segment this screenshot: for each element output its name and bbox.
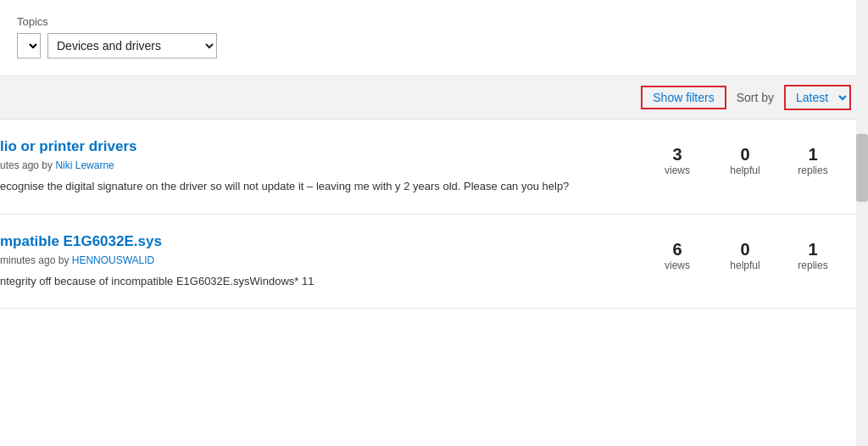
stat-replies-label-1: replies (792, 259, 834, 271)
stat-helpful-count-1: 0 (724, 240, 766, 259)
stat-views-1: 6 views (656, 240, 698, 271)
stat-replies-label-0: replies (792, 164, 834, 176)
stat-helpful-1: 0 helpful (724, 240, 766, 271)
topics-dropdown-small[interactable] (17, 33, 41, 59)
stat-views-0: 3 views (656, 145, 698, 176)
topics-dropdown-main[interactable]: Devices and drivers (47, 33, 217, 59)
show-filters-button[interactable]: Show filters (641, 86, 726, 109)
sort-dropdown[interactable]: Latest (784, 85, 851, 110)
post-item: mpatible E1G6032E.sys minutes ago by HEN… (0, 215, 868, 309)
top-bar: Topics Devices and drivers (0, 0, 868, 76)
stat-views-count-0: 3 (656, 145, 698, 164)
stat-replies-count-0: 1 (792, 145, 834, 164)
post-excerpt-1: ntegrity off because of incompatible E1G… (0, 273, 634, 290)
stat-replies-0: 1 replies (792, 145, 834, 176)
stat-replies-1: 1 replies (792, 240, 834, 271)
topics-row: Devices and drivers (17, 33, 851, 59)
stat-views-label-0: views (656, 164, 698, 176)
stat-helpful-0: 0 helpful (724, 145, 766, 176)
post-meta-0: utes ago by Niki Lewarne (0, 159, 634, 171)
topics-label: Topics (17, 15, 851, 28)
filter-bar: Show filters Sort by Latest (0, 76, 868, 120)
post-item: lio or printer drivers utes ago by Niki … (0, 120, 868, 215)
sort-by-label: Sort by (737, 91, 774, 104)
post-author-0[interactable]: Niki Lewarne (55, 159, 114, 171)
stat-helpful-label-0: helpful (724, 164, 766, 176)
posts-area: lio or printer drivers utes ago by Niki … (0, 120, 868, 309)
post-content-1: mpatible E1G6032E.sys minutes ago by HEN… (0, 233, 634, 290)
stat-helpful-count-0: 0 (724, 145, 766, 164)
post-stats-1: 6 views 0 helpful 1 replies (648, 233, 851, 271)
scrollbar-thumb (856, 134, 868, 202)
post-excerpt-0: ecognise the digital signature on the dr… (0, 178, 634, 195)
stat-views-label-1: views (656, 259, 698, 271)
post-title-0[interactable]: lio or printer drivers (0, 138, 634, 155)
stat-replies-count-1: 1 (792, 240, 834, 259)
post-title-1[interactable]: mpatible E1G6032E.sys (0, 233, 634, 250)
stat-helpful-label-1: helpful (724, 259, 766, 271)
post-meta-1: minutes ago by HENNOUSWALID (0, 254, 634, 266)
post-content-0: lio or printer drivers utes ago by Niki … (0, 138, 634, 195)
scrollbar[interactable] (856, 0, 868, 309)
post-stats-0: 3 views 0 helpful 1 replies (648, 138, 851, 176)
stat-views-count-1: 6 (656, 240, 698, 259)
post-author-1[interactable]: HENNOUSWALID (72, 254, 155, 266)
